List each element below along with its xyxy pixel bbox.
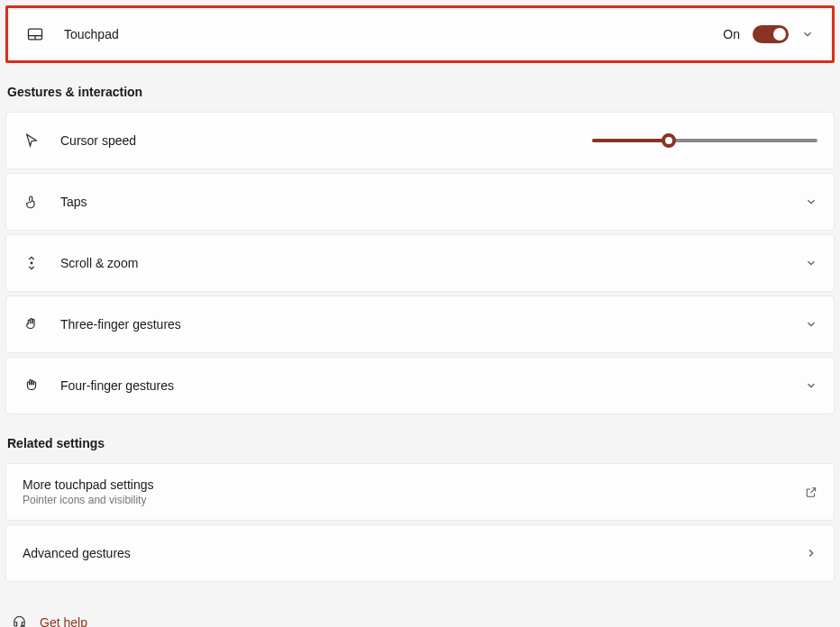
four-finger-label: Four-finger gestures <box>60 378 174 393</box>
chevron-down-icon <box>805 195 817 208</box>
external-link-icon <box>805 486 817 498</box>
touchpad-toggle[interactable] <box>753 25 789 43</box>
cursor-speed-row: Cursor speed <box>5 112 835 169</box>
more-touchpad-row[interactable]: More touchpad settings Pointer icons and… <box>5 463 835 521</box>
touchpad-icon <box>26 25 44 43</box>
section-related-title: Related settings <box>7 436 833 450</box>
cursor-speed-label: Cursor speed <box>60 133 136 148</box>
chevron-down-icon <box>805 379 817 392</box>
cursor-icon <box>23 132 41 150</box>
advanced-gestures-row[interactable]: Advanced gestures <box>5 524 835 582</box>
taps-label: Taps <box>60 195 87 209</box>
more-touchpad-label: More touchpad settings <box>23 477 154 492</box>
four-finger-row[interactable]: Four-finger gestures <box>5 357 835 414</box>
advanced-gestures-label: Advanced gestures <box>23 546 131 560</box>
three-finger-label: Three-finger gestures <box>60 317 181 332</box>
touchpad-toggle-row[interactable]: Touchpad On <box>10 10 830 59</box>
highlight-box: Touchpad On <box>5 5 835 63</box>
chevron-right-icon <box>805 547 817 559</box>
taps-row[interactable]: Taps <box>5 173 835 231</box>
chevron-down-icon[interactable] <box>801 28 814 41</box>
tap-icon <box>23 193 41 211</box>
chevron-down-icon <box>805 318 817 331</box>
hand-icon <box>23 315 41 333</box>
cursor-speed-slider[interactable] <box>592 132 817 150</box>
get-help-link[interactable]: Get help <box>5 607 835 627</box>
get-help-label: Get help <box>40 615 87 627</box>
section-gestures-title: Gestures & interaction <box>7 85 833 99</box>
scroll-zoom-row[interactable]: Scroll & zoom <box>5 234 835 292</box>
svg-point-3 <box>31 262 32 264</box>
chevron-down-icon <box>805 257 817 269</box>
scroll-icon <box>23 254 41 272</box>
more-touchpad-sub: Pointer icons and visibility <box>23 494 154 506</box>
three-finger-row[interactable]: Three-finger gestures <box>5 295 835 353</box>
hand-icon <box>23 377 41 395</box>
scroll-zoom-label: Scroll & zoom <box>60 256 138 270</box>
help-icon <box>11 614 27 627</box>
touchpad-state: On <box>723 27 740 41</box>
touchpad-label: Touchpad <box>64 27 119 41</box>
